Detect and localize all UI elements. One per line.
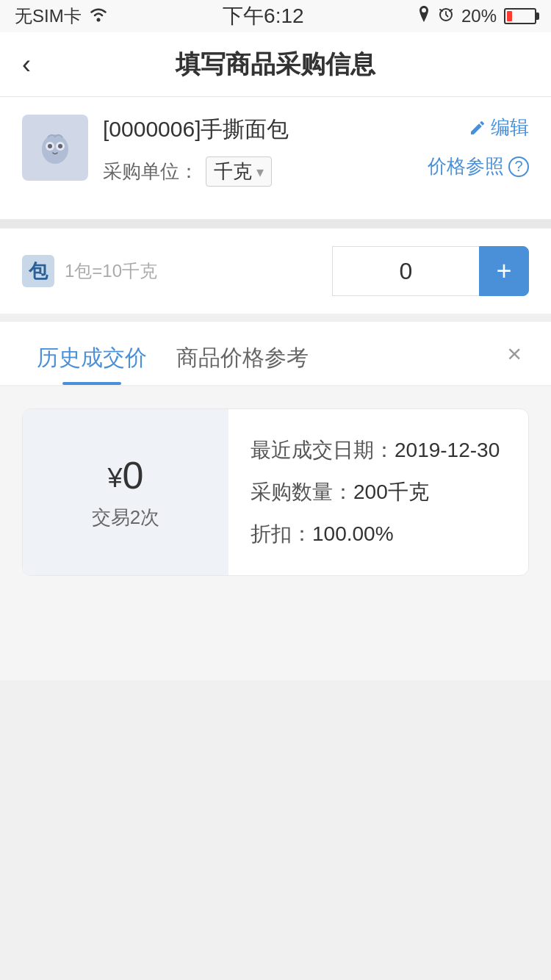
unit-hint: 1包=10千克 — [65, 259, 157, 283]
carrier-label: 无SIM卡 — [15, 4, 82, 28]
tab-price-reference[interactable]: 商品价格参考 — [162, 322, 323, 385]
price-ref-button[interactable]: 价格参照 ? — [428, 154, 529, 179]
tabs-left: 历史成交价 商品价格参考 — [22, 322, 323, 385]
battery-icon — [504, 8, 536, 24]
price-ref-label: 价格参照 — [428, 154, 504, 179]
recent-date-row: 最近成交日期：2019-12-30 — [251, 436, 506, 464]
discount-row: 折扣：100.00% — [251, 519, 506, 548]
product-info: [0000006]手撕面包 采购单位： 千克 ▾ — [103, 115, 428, 187]
product-name: [0000006]手撕面包 — [103, 115, 428, 145]
product-unit-row: 采购单位： 千克 ▾ — [103, 156, 428, 187]
battery-percent: 20% — [461, 6, 497, 26]
help-icon: ? — [508, 156, 529, 177]
price-amount: ¥0 — [108, 453, 144, 497]
quantity-right: + — [332, 246, 529, 296]
edit-icon — [469, 119, 486, 137]
status-time: 下午6:12 — [223, 2, 304, 30]
status-right: 20% — [417, 6, 536, 26]
quantity-input[interactable] — [332, 246, 479, 296]
currency-symbol: ¥ — [108, 464, 123, 494]
wifi-icon — [87, 6, 109, 26]
product-right: 编辑 价格参照 ? — [428, 115, 529, 179]
close-icon: × — [507, 339, 522, 367]
tab-history-label: 历史成交价 — [37, 343, 147, 373]
product-thumbnail — [22, 115, 88, 181]
quantity-plus-button[interactable]: + — [479, 246, 529, 296]
card-section: ¥0 交易2次 最近成交日期：2019-12-30 采购数量：200千克 折扣：… — [0, 386, 551, 680]
purchase-qty-value: 200千克 — [353, 480, 429, 503]
price-card: ¥0 交易2次 最近成交日期：2019-12-30 采购数量：200千克 折扣：… — [22, 408, 529, 576]
svg-point-2 — [42, 134, 68, 164]
tab-history-price[interactable]: 历史成交价 — [22, 322, 162, 385]
unit-value: 千克 — [214, 159, 252, 184]
status-left: 无SIM卡 — [15, 4, 109, 28]
plus-icon: + — [496, 256, 511, 287]
back-button[interactable]: ‹ — [22, 49, 31, 80]
purchase-qty-label: 采购数量： — [251, 480, 353, 503]
unit-label: 采购单位： — [103, 159, 198, 184]
svg-point-5 — [48, 144, 52, 148]
edit-button[interactable]: 编辑 — [469, 115, 529, 140]
purchase-qty-row: 采购数量：200千克 — [251, 478, 506, 506]
section-divider — [0, 220, 551, 228]
edit-label: 编辑 — [491, 115, 529, 140]
alarm-icon — [438, 6, 454, 26]
product-header: [0000006]手撕面包 采购单位： 千克 ▾ 编辑 价格参照 — [22, 115, 529, 187]
page-title: 填写商品采购信息 — [176, 48, 375, 82]
unit-select[interactable]: 千克 ▾ — [206, 156, 272, 187]
unit-icon-label: 包 — [29, 259, 48, 284]
quantity-row: 包 1包=10千克 + — [0, 228, 551, 314]
price-value: 0 — [123, 454, 144, 497]
location-icon — [417, 6, 431, 26]
svg-point-6 — [58, 144, 62, 148]
unit-icon-box: 包 — [22, 255, 54, 287]
discount-value: 100.00% — [312, 522, 394, 545]
tabs-bar: 历史成交价 商品价格参考 × — [0, 322, 551, 386]
recent-date-value: 2019-12-30 — [395, 439, 500, 461]
quantity-left: 包 1包=10千克 — [22, 255, 157, 287]
nav-bar: ‹ 填写商品采购信息 — [0, 32, 551, 97]
recent-date-label: 最近成交日期： — [251, 439, 395, 461]
tab-active-indicator — [62, 382, 121, 385]
svg-point-0 — [96, 18, 100, 22]
product-left: [0000006]手撕面包 采购单位： 千克 ▾ — [22, 115, 428, 187]
price-card-right: 最近成交日期：2019-12-30 采购数量：200千克 折扣：100.00% — [228, 409, 528, 575]
trade-count: 交易2次 — [92, 505, 159, 530]
discount-label: 折扣： — [251, 522, 312, 545]
status-bar: 无SIM卡 下午6:12 20% — [0, 0, 551, 32]
tab-close-button[interactable]: × — [500, 332, 529, 375]
price-card-left: ¥0 交易2次 — [23, 409, 228, 575]
chevron-down-icon: ▾ — [256, 163, 264, 181]
tab-price-ref-label: 商品价格参考 — [176, 343, 309, 373]
product-section: [0000006]手撕面包 采购单位： 千克 ▾ 编辑 价格参照 — [0, 97, 551, 220]
